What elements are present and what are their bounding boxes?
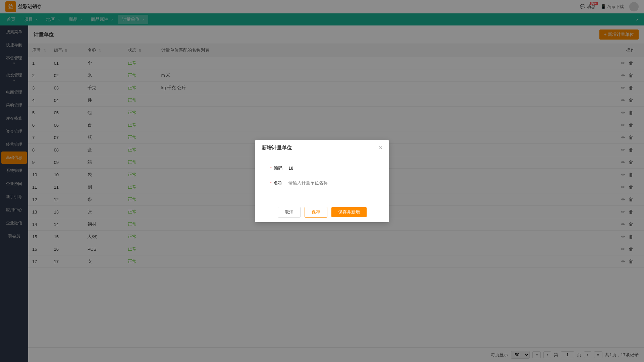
form-input-name[interactable]: [286, 179, 378, 187]
cancel-button[interactable]: 取消: [278, 207, 301, 218]
form-label-name: * 名称: [266, 180, 282, 186]
modal-close-btn[interactable]: ×: [379, 145, 382, 151]
save-button[interactable]: 保存: [305, 207, 327, 218]
save-and-new-button[interactable]: 保存并新增: [331, 207, 367, 217]
modal-title: 新增计量单位: [262, 145, 292, 151]
modal-overlay: 新增计量单位 × * 编码 * 名称 取消 保存 保存并新增: [0, 0, 644, 362]
modal-header: 新增计量单位 ×: [255, 140, 389, 156]
add-unit-modal: 新增计量单位 × * 编码 * 名称 取消 保存 保存并新增: [255, 140, 389, 222]
modal-body: * 编码 * 名称: [255, 156, 389, 202]
form-input-code[interactable]: [286, 164, 378, 172]
form-label-code: * 编码: [266, 165, 282, 171]
modal-footer: 取消 保存 保存并新增: [255, 202, 389, 222]
form-row-name: * 名称: [266, 179, 378, 187]
form-row-code: * 编码: [266, 164, 378, 172]
